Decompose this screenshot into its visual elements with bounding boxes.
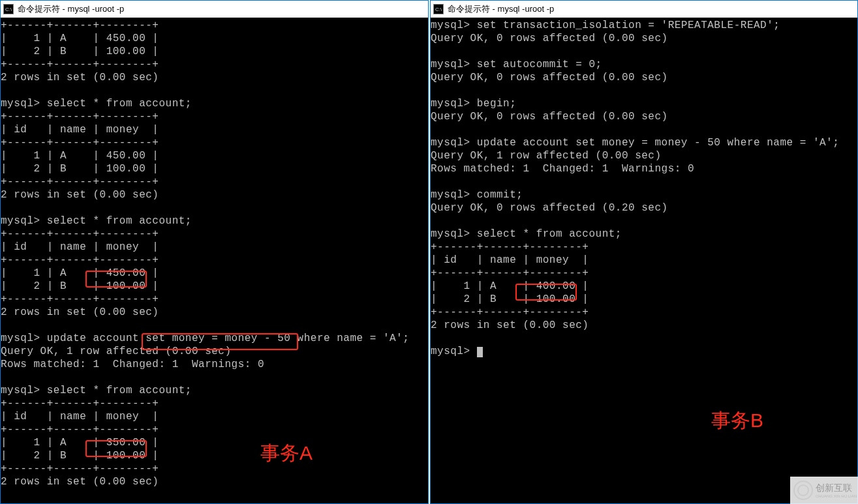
terminal-window-b: C:\ 命令提示符 - mysql -uroot -p mysql> set t…	[430, 0, 858, 504]
window-title-b: 命令提示符 - mysql -uroot -p	[448, 3, 554, 15]
cmd-icon: C:\	[3, 4, 14, 14]
watermark-text: 创新互联 CHUANG XIN HU LIAN	[816, 482, 857, 498]
titlebar-b[interactable]: C:\ 命令提示符 - mysql -uroot -p	[431, 1, 857, 18]
watermark-logo-icon	[793, 481, 813, 500]
terminal-output-b[interactable]: mysql> set transaction_isolation = 'REPE…	[431, 18, 857, 503]
window-title-a: 命令提示符 - mysql -uroot -p	[18, 3, 124, 15]
split-view: C:\ 命令提示符 - mysql -uroot -p +------+----…	[0, 0, 858, 504]
cmd-icon: C:\	[433, 4, 444, 14]
terminal-window-a: C:\ 命令提示符 - mysql -uroot -p +------+----…	[0, 0, 429, 504]
watermark: 创新互联 CHUANG XIN HU LIAN	[790, 477, 858, 504]
terminal-output-a[interactable]: +------+------+--------+ | 1 | A | 450.0…	[1, 18, 428, 503]
titlebar-a[interactable]: C:\ 命令提示符 - mysql -uroot -p	[1, 1, 428, 18]
